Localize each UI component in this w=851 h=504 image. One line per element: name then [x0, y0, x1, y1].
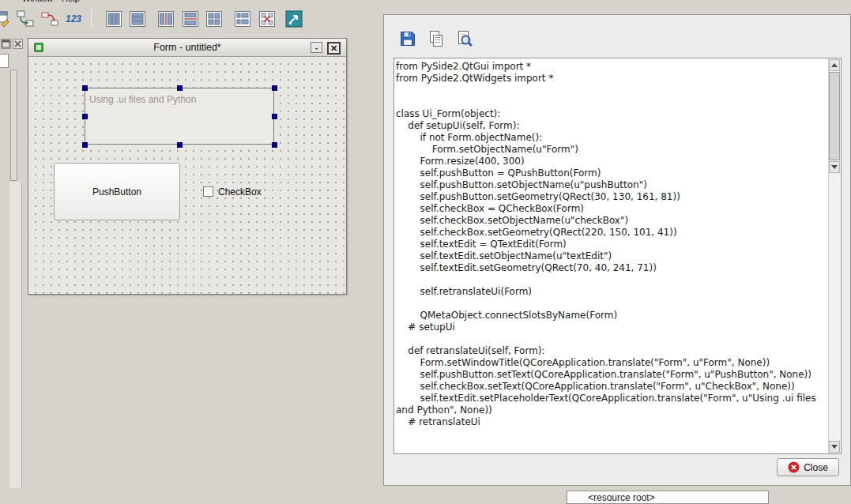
save-icon[interactable] [397, 28, 419, 50]
arrow-down-icon [831, 445, 838, 449]
edit-widgets-icon[interactable] [0, 8, 14, 30]
scrollbar-thumb[interactable] [829, 72, 840, 160]
code-text: from PySide2.QtGui import * from PySide2… [396, 61, 827, 447]
adjust-size-icon[interactable] [283, 8, 305, 30]
menu-window[interactable]: Window [22, 0, 53, 3]
code-preview-dialog: from PySide2.QtGui import * from PySide2… [383, 14, 851, 486]
resource-root-item[interactable]: <resource root> [567, 491, 769, 504]
selection-handle[interactable] [177, 85, 183, 91]
copy-icon[interactable] [425, 28, 447, 50]
vertical-scrollbar[interactable] [828, 59, 840, 453]
form-designer-window: Form - untitled* - ✕ Using .ui files and… [28, 38, 347, 295]
form-file-icon [34, 43, 43, 52]
toolbar-separator [91, 9, 92, 28]
resource-root-label: <resource root> [588, 492, 655, 503]
desktop: Window Help 123 [0, 0, 851, 504]
break-layout-icon[interactable] [256, 8, 278, 30]
textedit-widget[interactable]: Using .ui files and Python [85, 88, 274, 145]
dock-float-icon[interactable] [1, 39, 11, 49]
form-window-titlebar[interactable]: Form - untitled* - ✕ [28, 39, 346, 57]
code-area[interactable]: from PySide2.QtGui import * from PySide2… [393, 58, 842, 454]
selection-handle[interactable] [272, 142, 277, 148]
find-icon[interactable] [454, 28, 476, 50]
selection-handle[interactable] [82, 114, 88, 119]
checkbox-label: CheckBox [218, 186, 262, 197]
edit-buddies-icon[interactable] [39, 8, 61, 30]
edit-signals-slots-icon[interactable] [14, 8, 36, 30]
checkbox-widget[interactable]: CheckBox [203, 185, 262, 198]
menu-bar: Window Help [0, 0, 851, 4]
close-circle-icon [788, 461, 800, 473]
layout-form-icon[interactable] [232, 8, 254, 30]
menu-help[interactable]: Help [62, 0, 80, 3]
form-close-button[interactable]: ✕ [327, 42, 341, 55]
pushbutton-widget[interactable]: PushButton [54, 163, 180, 220]
arrow-up-icon [831, 63, 838, 67]
layout-grid-icon[interactable] [203, 8, 225, 30]
layout-vertical-icon[interactable] [126, 8, 149, 30]
selection-handle[interactable] [177, 142, 183, 148]
selection-handle[interactable] [272, 114, 277, 119]
selection-handle[interactable] [82, 85, 88, 91]
layout-horizontal-icon[interactable] [103, 8, 125, 30]
layout-vertical-splitter-icon[interactable] [179, 8, 201, 30]
form-minimize-button[interactable]: - [311, 42, 322, 53]
close-button[interactable]: Close [777, 458, 839, 476]
edit-tab-order-icon[interactable]: 123 [62, 8, 85, 30]
form-canvas[interactable]: Using .ui files and Python PushButton Ch… [28, 57, 346, 295]
left-panel-input[interactable] [0, 54, 9, 68]
scroll-down-button[interactable] [829, 161, 840, 173]
close-button-label: Close [804, 462, 828, 473]
layout-horizontal-splitter-icon[interactable] [155, 8, 177, 30]
left-panel-scrollbar[interactable] [10, 70, 17, 181]
selection-handle[interactable] [82, 142, 88, 148]
tab-order-icon-text: 123 [66, 13, 81, 24]
main-toolbar: 123 [0, 6, 305, 32]
selection-handle[interactable] [272, 85, 277, 91]
textedit-placeholder: Using .ui files and Python [89, 94, 196, 105]
arrow-down-icon [831, 165, 838, 169]
preview-toolbar [397, 28, 476, 50]
scroll-up-button[interactable] [829, 59, 840, 71]
form-window-title: Form - untitled* [28, 42, 346, 53]
dock-close-icon[interactable] [13, 39, 23, 49]
checkbox-box[interactable] [203, 186, 213, 197]
left-panel-edge [9, 182, 22, 488]
scroll-down-button[interactable] [829, 441, 840, 453]
